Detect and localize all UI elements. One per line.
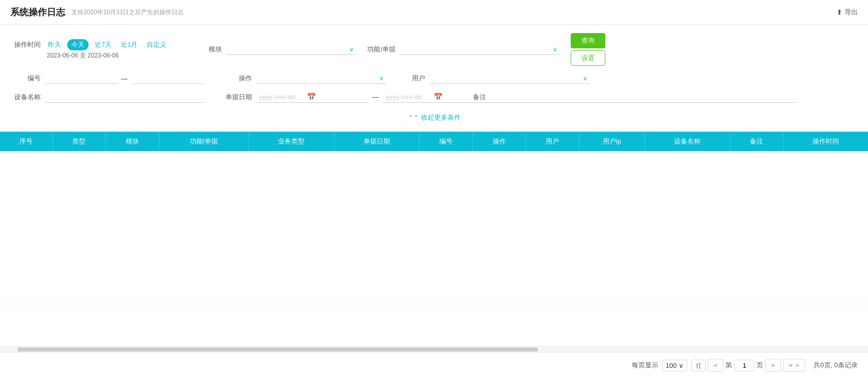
pagination-nav: ⟨⟨ ＜ 第 页 ＞ ＞＞	[691, 359, 805, 372]
code-to-input[interactable]	[132, 73, 204, 84]
date-from-input[interactable]	[259, 93, 305, 101]
first-page-button[interactable]: ⟨⟨	[691, 360, 706, 371]
page-subtitle: 支持2020年10月31日之后产生的操作日志	[71, 8, 184, 17]
time-option-yesterday[interactable]: 昨天	[45, 39, 64, 50]
col-biz-type: 业务类型	[249, 132, 334, 151]
horizontal-scrollbar[interactable]	[0, 346, 868, 352]
export-icon: ⬆	[836, 8, 843, 16]
col-code: 编号	[419, 132, 472, 151]
next-page-button[interactable]: ＞	[765, 359, 781, 372]
table-wrapper: 序号 类型 模块 功能/单据 业务类型 单据日期 编号 操作 用户 用户ip 设…	[0, 132, 868, 346]
collapse-button[interactable]: ⌃⌃ 收起更多条件	[408, 113, 461, 122]
action-buttons: 查询 设置	[571, 33, 605, 66]
col-operation: 操作	[472, 132, 525, 151]
page-unit: 页	[757, 361, 763, 370]
page-info: 第 页	[725, 360, 763, 371]
settings-button[interactable]: 设置	[571, 50, 605, 66]
table-header-row: 序号 类型 模块 功能/单据 业务类型 单据日期 编号 操作 用户 用户ip 设…	[0, 132, 868, 151]
per-page-label: 每页显示	[632, 361, 658, 370]
date-from-group: 📅	[256, 91, 368, 103]
user-label: 用户	[397, 74, 425, 83]
device-label: 设备名称	[10, 93, 41, 102]
time-option-custom[interactable]: 自定义	[144, 39, 170, 50]
per-page-select[interactable]: 100 ∨	[662, 360, 688, 371]
total-info: 共0页, 0条记录	[814, 361, 858, 370]
user-chevron-icon: ∨	[583, 75, 587, 82]
operation-select[interactable]: ∨	[256, 73, 387, 84]
date-dash: —	[372, 93, 379, 101]
module-select[interactable]: ∨	[226, 44, 357, 55]
module-label: 模块	[194, 45, 222, 54]
col-user: 用户	[526, 132, 579, 151]
func-select[interactable]: ∨	[400, 44, 561, 55]
date-from-calendar-icon[interactable]: 📅	[307, 93, 316, 101]
filter-row-1: 操作时间 昨天 今天 近7天 近1月 自定义 2023-06-06 至 2023…	[10, 33, 858, 66]
col-device: 设备名称	[645, 132, 730, 151]
header-left: 系统操作日志 支持2020年10月31日之后产生的操作日志	[10, 6, 184, 18]
scrollbar-thumb	[17, 347, 538, 352]
col-func: 功能/单据	[159, 132, 248, 151]
last-page-button[interactable]: ＞＞	[783, 359, 805, 372]
export-button[interactable]: ⬆ 导出	[836, 8, 858, 17]
col-remark: 备注	[730, 132, 783, 151]
page-number-input[interactable]	[734, 360, 754, 371]
empty-cell	[0, 151, 868, 304]
func-chevron-icon: ∨	[553, 46, 557, 53]
filter-func: 功能/单据 ∨	[367, 44, 561, 55]
per-page-chevron-icon: ∨	[679, 362, 684, 369]
collapse-label: 收起更多条件	[421, 113, 461, 122]
data-table: 序号 类型 模块 功能/单据 业务类型 单据日期 编号 操作 用户 用户ip 设…	[0, 132, 868, 304]
time-option-today[interactable]: 今天	[67, 39, 89, 50]
code-from-input[interactable]	[45, 73, 117, 84]
query-button[interactable]: 查询	[571, 33, 605, 48]
filter-operation: 操作 ∨	[224, 73, 387, 84]
time-range-display: 2023-06-06 至 2023-06-06	[47, 52, 119, 59]
collapse-chevron-icon: ⌃⌃	[408, 114, 419, 122]
empty-row	[0, 151, 868, 304]
collapse-bar: ⌃⌃ 收起更多条件	[10, 110, 858, 127]
col-op-time: 操作时间	[783, 132, 868, 151]
col-doc-date: 单据日期	[334, 132, 419, 151]
date-to-input[interactable]	[386, 93, 432, 101]
device-input[interactable]	[45, 92, 204, 103]
date-label: 单据日期	[224, 93, 252, 102]
time-option-1month[interactable]: 近1月	[118, 39, 141, 50]
filter-area: 操作时间 昨天 今天 近7天 近1月 自定义 2023-06-06 至 2023…	[0, 25, 868, 132]
table-body	[0, 151, 868, 304]
filter-row-3: 设备名称 单据日期 📅 — 📅 备注	[10, 91, 858, 103]
filter-user: 用户 ∨	[397, 73, 591, 84]
time-options: 昨天 今天 近7天 近1月 自定义	[45, 39, 170, 50]
code-label: 编号	[10, 74, 41, 83]
col-seq: 序号	[0, 132, 52, 151]
remark-label: 备注	[458, 93, 486, 102]
code-dash: —	[121, 75, 128, 82]
time-label: 操作时间	[10, 40, 41, 49]
table-header: 序号 类型 模块 功能/单据 业务类型 单据日期 编号 操作 用户 用户ip 设…	[0, 132, 868, 151]
page-title: 系统操作日志	[10, 6, 65, 18]
time-option-7days[interactable]: 近7天	[92, 39, 115, 50]
func-label: 功能/单据	[367, 45, 396, 54]
module-chevron-icon: ∨	[349, 46, 354, 53]
prev-page-button[interactable]: ＜	[708, 359, 723, 372]
date-to-calendar-icon[interactable]: 📅	[434, 93, 442, 101]
pagination: 每页显示 100 ∨ ⟨⟨ ＜ 第 页 ＞ ＞＞ 共0页, 0条记录	[0, 352, 868, 378]
col-module: 模块	[106, 132, 159, 151]
col-type: 类型	[52, 132, 105, 151]
user-select[interactable]: ∨	[429, 73, 591, 84]
remark-input[interactable]	[490, 92, 797, 103]
operation-label: 操作	[224, 74, 252, 83]
page-wrapper: 系统操作日志 支持2020年10月31日之后产生的操作日志 ⬆ 导出 操作时间 …	[0, 0, 868, 378]
page-label: 第	[725, 361, 732, 370]
filter-row-2: 编号 — 操作 ∨ 用户 ∨	[10, 73, 858, 84]
per-page-value: 100	[666, 362, 677, 369]
export-label: 导出	[845, 8, 858, 17]
col-user-ip: 用户ip	[579, 132, 645, 151]
operation-chevron-icon: ∨	[379, 75, 384, 82]
filter-module: 模块 ∨	[194, 44, 357, 55]
page-header: 系统操作日志 支持2020年10月31日之后产生的操作日志 ⬆ 导出	[0, 0, 868, 25]
